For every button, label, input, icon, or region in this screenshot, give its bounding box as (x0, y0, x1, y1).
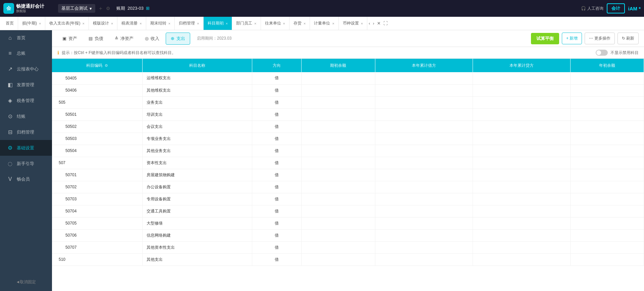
tab-measure[interactable]: 计量单位 × (310, 17, 338, 30)
tab-subject-init[interactable]: 科目期初 × (204, 17, 232, 30)
sub-tab-bar: ▣ 资产 ▤ 负债 ≜ 净资产 ◎ 收入 ⊕ 支出 启用期间：2023.03 试… (52, 30, 644, 47)
tab-currency-close[interactable]: × (361, 21, 363, 26)
tab-unit-close[interactable]: × (283, 21, 285, 26)
sidebar-item-tax[interactable]: ◈ 税务管理 (0, 93, 52, 108)
cell-opening (302, 229, 375, 241)
sidebar-item-archive[interactable]: ⊟ 归档管理 (0, 124, 52, 140)
add-tab-icon[interactable]: ＋ (98, 5, 103, 12)
tab-archive[interactable]: 归档管理 × (175, 17, 203, 30)
cell-ytd-debit (375, 157, 473, 169)
sidebar-item-settings[interactable]: ⚙ 基础设置 (0, 140, 52, 156)
toggle-disabled[interactable]: 不显示禁用科目 (596, 50, 639, 56)
table-row[interactable]: 507 资本性支出 借 (52, 157, 644, 169)
table-row[interactable]: 50702 办公设备购置 借 (52, 181, 644, 193)
tab-currency[interactable]: 币种设置 × (339, 17, 367, 30)
tab-inventory-close[interactable]: × (304, 21, 306, 26)
refresh-button[interactable]: ↻ 刷新 (618, 33, 639, 44)
tab-mid[interactable]: 损(中期) × (18, 17, 45, 30)
tab-measure-close[interactable]: × (332, 21, 334, 26)
col-settings-icon[interactable]: ⚙ (105, 63, 108, 67)
tab-template[interactable]: 模版设计 × (89, 17, 117, 30)
tab-expand-nav[interactable]: ⛶ (382, 21, 389, 26)
table-row[interactable]: 50501 培训支出 借 (52, 108, 644, 120)
toggle-switch-control[interactable] (596, 50, 608, 56)
table-row[interactable]: 50406 其他维权支出 借 (52, 84, 644, 96)
tab-next-nav[interactable]: › (372, 21, 376, 26)
cell-year-open (570, 229, 644, 241)
subtab-asset-label: 资产 (68, 36, 77, 42)
tab-department-label: 部门员工 (236, 20, 252, 26)
more-label: 更多操作 (594, 36, 610, 41)
table-row[interactable]: 50703 专用设备购置 借 (52, 193, 644, 205)
tab-inventory[interactable]: 存货 × (289, 17, 310, 30)
tab-income[interactable]: 收入支出表(年报) × (45, 17, 89, 30)
tab-bar: 首页 损(中期) × 收入支出表(年报) × 模版设计 × 税表清册 × 期末结… (0, 17, 644, 30)
tab-tax[interactable]: 税表清册 × (117, 17, 146, 30)
account-button[interactable]: 会计 (607, 3, 625, 13)
tab-period-end[interactable]: 期末结转 × (146, 17, 175, 30)
cell-name: 会议支出 (143, 120, 252, 133)
tab-tax-close[interactable]: × (140, 21, 142, 26)
tab-period-end-close[interactable]: × (168, 21, 170, 26)
cell-ytd-debit (375, 96, 473, 108)
service-button[interactable]: 🎧 人工咨询 (581, 6, 603, 11)
table-row[interactable]: 50405 运维维权支出 借 (52, 72, 644, 84)
calc-balance-button[interactable]: 试算平衡 (531, 33, 559, 44)
pin-button[interactable]: ◄取消固定 (3, 277, 49, 288)
cell-dir: 借 (252, 96, 302, 108)
tab-department[interactable]: 部门员工 × (232, 17, 261, 30)
table-row[interactable]: 510 其他支出 借 (52, 253, 644, 265)
tab-template-close[interactable]: × (111, 21, 113, 26)
subtab-income[interactable]: ◎ 收入 (140, 33, 164, 45)
sidebar-item-member[interactable]: V 畅会员 (0, 172, 52, 187)
subtab-expense[interactable]: ⊕ 支出 (166, 33, 190, 45)
table-row[interactable]: 50502 会议支出 借 (52, 120, 644, 133)
sidebar-item-home[interactable]: ⌂ 首页 (0, 30, 52, 46)
tab-archive-close[interactable]: × (197, 21, 199, 26)
table-row[interactable]: 505 业务支出 借 (52, 96, 644, 108)
tab-measure-label: 计量单位 (314, 20, 330, 26)
company-selector[interactable]: 基层工会测试 ▾ (58, 4, 95, 13)
cell-code: 507 (52, 157, 143, 169)
settings-icon[interactable]: ⚙ (106, 6, 110, 11)
table-row[interactable]: 50704 交通工具购置 借 (52, 205, 644, 217)
add-button[interactable]: + 新增 (562, 33, 582, 44)
subtab-liability[interactable]: ▤ 负债 (84, 33, 108, 45)
subtab-asset[interactable]: ▣ 资产 (57, 33, 82, 45)
sidebar-item-invoice[interactable]: ◧ 发票管理 (0, 77, 52, 93)
sidebar-item-settlement[interactable]: ⊙ 结账 (0, 108, 52, 124)
tab-home[interactable]: 首页 (2, 17, 18, 30)
sidebar-item-ledger[interactable]: ≡ 总账 (0, 46, 52, 61)
table-row[interactable]: 50706 信息网络购建 借 (52, 229, 644, 241)
subtab-net-asset[interactable]: ≜ 净资产 (110, 33, 139, 45)
table-row[interactable]: 50707 其他资本性支出 借 (52, 241, 644, 253)
tab-income-close[interactable]: × (82, 21, 84, 26)
cell-dir: 借 (252, 217, 302, 229)
cell-opening (302, 72, 375, 84)
sidebar-item-report[interactable]: ↗ 云报表中心 (0, 61, 52, 77)
tab-subject-init-close[interactable]: × (226, 21, 228, 26)
table-row[interactable]: 50504 其他业务支出 借 (52, 145, 644, 157)
table-container[interactable]: 科目编码 ⚙ 科目名称 方向 期初余额 本年累计借方 本年累计贷方 年初余额 5… (52, 59, 644, 291)
cell-year-open (570, 133, 644, 145)
cell-opening (302, 169, 375, 181)
settlement-icon: ⊙ (7, 113, 13, 119)
cell-dir: 借 (252, 181, 302, 193)
tab-unit[interactable]: 往来单位 × (261, 17, 289, 30)
table-row[interactable]: 50701 房屋建筑物购建 借 (52, 169, 644, 181)
tab-home-label: 首页 (6, 20, 14, 26)
tab-tax-label: 税表清册 (121, 20, 138, 26)
tab-mid-close[interactable]: × (39, 21, 41, 26)
table-row[interactable]: 50705 大型修缮 借 (52, 217, 644, 229)
iam-label[interactable]: iAM * (628, 6, 641, 11)
sidebar-item-guide[interactable]: ◌ 新手引导 (0, 156, 52, 172)
table-row[interactable]: 50503 专项业务支出 借 (52, 133, 644, 145)
sidebar-label-report: 云报表中心 (17, 66, 39, 72)
more-button[interactable]: ⋯ 更多操作 (585, 33, 614, 44)
asset-icon: ▣ (62, 36, 66, 41)
tab-prev-nav[interactable]: ‹ (367, 21, 371, 26)
sidebar-label-archive: 归档管理 (17, 129, 34, 135)
tab-close-all[interactable]: ✕ (376, 21, 382, 26)
tab-department-close[interactable]: × (254, 21, 256, 26)
subject-table: 科目编码 ⚙ 科目名称 方向 期初余额 本年累计借方 本年累计贷方 年初余额 5… (52, 59, 644, 266)
